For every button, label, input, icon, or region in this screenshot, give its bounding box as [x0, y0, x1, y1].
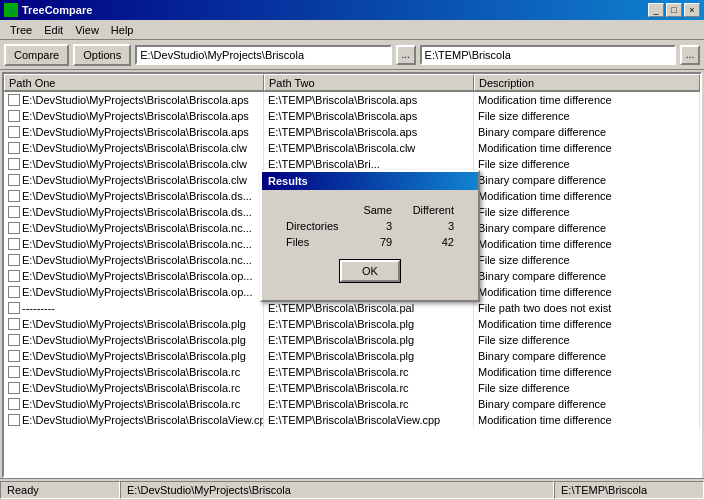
status-bar: Ready E:\DevStudio\MyProjects\Briscola E… [0, 478, 704, 500]
title-bar: 🌲 TreeCompare _ □ × [0, 0, 704, 20]
dialog-row: Directories 3 3 [278, 218, 462, 234]
minimize-button[interactable]: _ [648, 3, 664, 17]
app-title: TreeCompare [22, 4, 92, 16]
path-one-input[interactable] [135, 45, 391, 65]
status-ready: Ready [0, 481, 120, 499]
dialog-row: Files 79 42 [278, 234, 462, 250]
status-path-one: E:\DevStudio\MyProjects\Briscola [120, 481, 554, 499]
compare-button[interactable]: Compare [4, 44, 69, 66]
browse-path-one-button[interactable]: ... [396, 45, 416, 65]
header-same: Same [352, 202, 400, 218]
header-different: Different [400, 202, 462, 218]
maximize-button[interactable]: □ [666, 3, 682, 17]
title-bar-buttons: _ □ × [648, 3, 700, 17]
menu-view[interactable]: View [69, 22, 105, 38]
menu-tree[interactable]: Tree [4, 22, 38, 38]
results-dialog: Results Same Different Directories 3 3 F… [260, 170, 480, 302]
menu-help[interactable]: Help [105, 22, 140, 38]
status-path-two: E:\TEMP\Briscola [554, 481, 704, 499]
header-empty [278, 202, 352, 218]
title-bar-left: 🌲 TreeCompare [4, 3, 92, 17]
options-button[interactable]: Options [73, 44, 131, 66]
main-area: Path One Path Two Description E:\DevStud… [0, 70, 704, 478]
dialog-row-different: 3 [400, 218, 462, 234]
path-two-input[interactable] [420, 45, 676, 65]
dialog-title: Results [262, 172, 478, 190]
dialog-footer: OK [278, 260, 462, 292]
browse-path-two-button[interactable]: ... [680, 45, 700, 65]
dialog-content: Same Different Directories 3 3 Files 79 … [262, 190, 478, 300]
toolbar: Compare Options ... ... [0, 40, 704, 70]
dialog-row-label: Files [278, 234, 352, 250]
ok-button[interactable]: OK [340, 260, 400, 282]
dialog-row-label: Directories [278, 218, 352, 234]
menu-edit[interactable]: Edit [38, 22, 69, 38]
close-button[interactable]: × [684, 3, 700, 17]
dialog-row-different: 42 [400, 234, 462, 250]
modal-overlay: Results Same Different Directories 3 3 F… [0, 70, 704, 478]
results-table: Same Different Directories 3 3 Files 79 … [278, 202, 462, 250]
menu-bar: Tree Edit View Help [0, 20, 704, 40]
app-icon: 🌲 [4, 3, 18, 17]
dialog-row-same: 79 [352, 234, 400, 250]
dialog-row-same: 3 [352, 218, 400, 234]
